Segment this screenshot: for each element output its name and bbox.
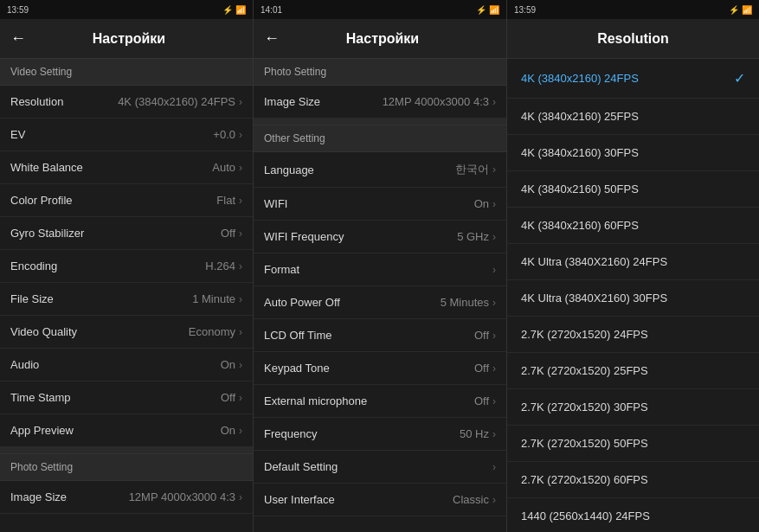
status-bar-2: 14:01 ⚡ 📶 (254, 0, 506, 19)
chevron-icon: › (492, 198, 496, 210)
setting-item[interactable]: Encoding H.264 › (0, 250, 253, 283)
settings-list-2: Photo Setting Image Size 12MP 4000x3000 … (254, 59, 506, 532)
setting-value: 12MP 4000x3000 4:3 › (129, 490, 242, 503)
resolution-label: 2.7K (2720x1520) 24FPS (521, 328, 648, 341)
setting-label: Auto Power Off (264, 296, 340, 309)
setting-label: Gyro Stabilizer (10, 227, 84, 240)
setting-value: H.264 › (205, 260, 242, 272)
setting-item[interactable]: Format › (254, 253, 506, 286)
setting-label: Language (264, 163, 314, 176)
setting-value-text: 한국어 (455, 162, 489, 177)
setting-item[interactable]: EV +0.0 › (0, 119, 253, 151)
setting-item[interactable]: External microphone Off › (254, 385, 506, 418)
setting-value-text: 1 Minute (192, 292, 235, 305)
setting-value-text: On (474, 197, 489, 210)
resolution-label: 4K Ultra (3840X2160) 30FPS (521, 292, 667, 304)
setting-value: › (492, 264, 496, 276)
back-button-1[interactable]: ← (10, 29, 26, 48)
resolution-item[interactable]: 4K (3840x2160) 30FPS (507, 135, 759, 171)
setting-item[interactable]: Audio On › (0, 349, 253, 381)
setting-label: WIFI (264, 197, 287, 210)
setting-item[interactable]: White Balance Auto › (0, 151, 253, 184)
setting-item[interactable]: Gyro Stabilizer Off › (0, 217, 253, 250)
setting-label: App Preview (10, 424, 74, 437)
setting-value: 1 Minute › (192, 292, 242, 305)
setting-item[interactable]: File Size 1 Minute › (0, 283, 253, 316)
panel2-items2-container: Language 한국어 › WIFI On › WIFI Frequency … (254, 152, 506, 516)
setting-value-text: On (221, 424, 235, 437)
resolution-label: 4K (3840x2160) 60FPS (521, 219, 639, 232)
header-title-1: Настройки (36, 31, 222, 47)
setting-item[interactable]: Frequency 50 Hz › (254, 418, 506, 451)
setting-item[interactable]: User Interface Classic › (254, 484, 506, 516)
resolution-item[interactable]: 4K (3840x2160) 50FPS (507, 171, 759, 208)
resolution-item[interactable]: 4K (3840x2160) 25FPS (507, 99, 759, 135)
setting-value-text: +0.0 (213, 128, 235, 141)
setting-item[interactable]: WIFI Frequency 5 GHz › (254, 221, 506, 253)
resolution-label: 4K Ultra (3840X2160) 24FPS (521, 255, 667, 268)
setting-value-text: On (221, 358, 235, 371)
chevron-icon: › (239, 129, 242, 141)
setting-value: Off › (474, 329, 496, 342)
setting-item[interactable]: Resolution 4K (3840x2160) 24FPS › (0, 86, 253, 119)
setting-item[interactable]: Auto Power Off 5 Minutes › (254, 286, 506, 319)
resolution-item[interactable]: 1440 (2560x1440) 24FPS (507, 498, 759, 532)
setting-item[interactable]: WIFI On › (254, 188, 506, 221)
back-button-2[interactable]: ← (264, 29, 280, 48)
setting-item[interactable]: Video Quality Economy › (0, 316, 253, 349)
setting-value: On › (221, 424, 242, 437)
chevron-icon: › (492, 494, 496, 506)
settings-list-1: Video Setting Resolution 4K (3840x2160) … (0, 59, 253, 532)
chevron-icon: › (492, 362, 496, 375)
chevron-icon: › (492, 428, 496, 440)
resolution-label: 2.7K (2720x1520) 60FPS (521, 473, 648, 486)
setting-item[interactable]: Image Size 12MP 4000x3000 4:3 › (0, 481, 253, 514)
setting-item[interactable]: App Preview On › (0, 414, 253, 447)
resolution-item[interactable]: 4K (3840x2160) 60FPS (507, 208, 759, 244)
section-header-photo-2: Photo Setting (254, 59, 506, 86)
resolution-label: 2.7K (2720x1520) 50FPS (521, 437, 648, 450)
setting-item[interactable]: LCD Off Time Off › (254, 319, 506, 352)
status-icons-1: ⚡ 📶 (222, 5, 246, 15)
resolution-items-container: 4K (3840x2160) 24FPS ✓ 4K (3840x2160) 25… (507, 59, 759, 532)
setting-label: LCD Off Time (264, 329, 332, 342)
setting-item[interactable]: Default Setting › (254, 451, 506, 484)
check-icon: ✓ (734, 70, 745, 87)
setting-label: White Balance (10, 161, 83, 174)
setting-value-text: Off (474, 362, 489, 375)
chevron-icon: › (239, 425, 242, 437)
resolution-item[interactable]: 4K Ultra (3840X2160) 24FPS (507, 244, 759, 280)
setting-label: Color Profile (10, 194, 73, 207)
chevron-icon: › (239, 228, 242, 240)
setting-value: Off › (474, 362, 496, 375)
setting-label: Default Setting (264, 460, 338, 473)
setting-item[interactable]: Image Size 12MP 4000x3000 4:3 › (254, 86, 506, 119)
setting-item[interactable]: Language 한국어 › (254, 152, 506, 188)
panel-2: 14:01 ⚡ 📶 ← Настройки Photo Setting Imag… (254, 0, 507, 532)
panel-1: 13:59 ⚡ 📶 ← Настройки Video Setting Reso… (0, 0, 254, 532)
setting-item[interactable]: Keypad Tone Off › (254, 352, 506, 385)
setting-label: Format (264, 263, 299, 276)
setting-item[interactable]: Color Profile Flat › (0, 184, 253, 217)
setting-item[interactable]: Time Stamp Off › (0, 381, 253, 414)
status-icons-2: ⚡ 📶 (476, 5, 499, 15)
resolution-label: 4K (3840x2160) 25FPS (521, 110, 639, 123)
panel2-items1-container: Image Size 12MP 4000x3000 4:3 › (254, 86, 506, 119)
setting-label: Image Size (264, 95, 320, 108)
resolution-item[interactable]: 4K Ultra (3840X2160) 30FPS (507, 280, 759, 317)
resolution-item[interactable]: 2.7K (2720x1520) 30FPS (507, 389, 759, 426)
resolution-item[interactable]: 2.7K (2720x1520) 60FPS (507, 462, 759, 498)
header-1: ← Настройки (0, 19, 253, 59)
setting-value-text: 12MP 4000x3000 4:3 (383, 95, 489, 108)
resolution-item[interactable]: 2.7K (2720x1520) 50FPS (507, 426, 759, 462)
setting-value: Off › (474, 394, 496, 407)
setting-label: External microphone (264, 394, 367, 407)
setting-value-text: Off (474, 329, 489, 342)
resolution-item[interactable]: 2.7K (2720x1520) 25FPS (507, 353, 759, 389)
resolution-item[interactable]: 2.7K (2720x1520) 24FPS (507, 317, 759, 353)
setting-value: › (492, 461, 496, 473)
resolution-label: 4K (3840x2160) 50FPS (521, 183, 639, 195)
divider-2 (254, 119, 506, 125)
resolution-item[interactable]: 4K (3840x2160) 24FPS ✓ (507, 59, 759, 99)
setting-label: Resolution (10, 95, 63, 108)
